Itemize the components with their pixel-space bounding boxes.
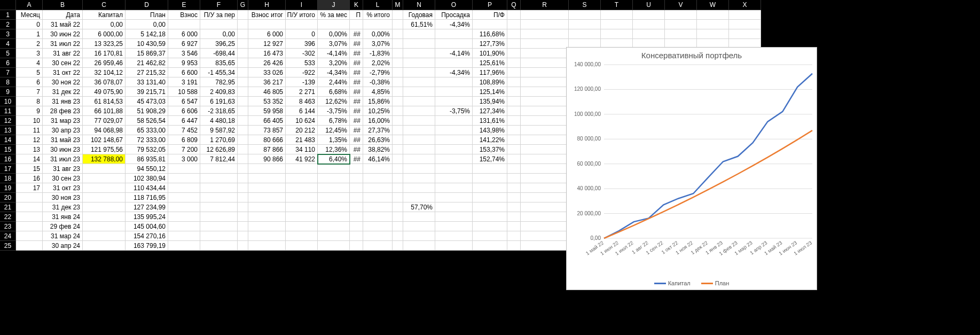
cell-K18[interactable] (350, 174, 363, 183)
cell-O23[interactable] (435, 222, 473, 231)
cell-F1[interactable]: П/У за пер (200, 10, 238, 20)
cell-A15[interactable]: 13 (16, 145, 43, 154)
cell-C25[interactable] (83, 241, 126, 251)
cell-P19[interactable] (473, 183, 507, 193)
cell-L3[interactable]: 0,00% (363, 29, 393, 39)
cell-O9[interactable] (435, 87, 473, 97)
cell-P13[interactable]: 143,98% (473, 126, 507, 135)
cell-N19[interactable] (403, 183, 435, 193)
cell-P5[interactable]: 101,90% (473, 49, 507, 58)
cell-R11[interactable] (521, 106, 569, 116)
cell-B6[interactable]: 30 сен 22 (43, 58, 83, 68)
cell-A13[interactable]: 11 (16, 126, 43, 135)
cell-K21[interactable] (350, 202, 363, 212)
cell-M22[interactable] (393, 212, 403, 222)
cell-A8[interactable]: 6 (16, 77, 43, 87)
cell-H7[interactable]: 33 026 (248, 68, 286, 77)
cell-J12[interactable]: 6,78% (318, 116, 350, 126)
cell-B25[interactable]: 30 апр 24 (43, 241, 83, 251)
cell-P1[interactable]: П/Ф (473, 10, 507, 20)
cell-M11[interactable] (393, 106, 403, 116)
cell-F4[interactable]: 396,25 (200, 39, 238, 49)
cell-C20[interactable] (83, 193, 126, 202)
cell-K6[interactable]: ## (350, 58, 363, 68)
cell-E4[interactable]: 6 927 (168, 39, 200, 49)
cell-A9[interactable]: 7 (16, 87, 43, 97)
cell-H24[interactable] (248, 231, 286, 241)
cell-Q17[interactable] (507, 164, 521, 174)
cell-H22[interactable] (248, 212, 286, 222)
cell-F22[interactable] (200, 212, 238, 222)
cell-E23[interactable] (168, 222, 200, 231)
cell-I5[interactable]: -302 (286, 49, 318, 58)
cell-H25[interactable] (248, 241, 286, 251)
cell-O15[interactable] (435, 145, 473, 154)
cell-O6[interactable] (435, 58, 473, 68)
cell-J2[interactable] (318, 20, 350, 29)
cell-A24[interactable] (16, 231, 43, 241)
cell-D7[interactable]: 27 215,32 (126, 68, 168, 77)
row-header-16[interactable]: 16 (0, 154, 16, 164)
cell-D4[interactable]: 10 430,59 (126, 39, 168, 49)
cell-C12[interactable]: 77 029,07 (83, 116, 126, 126)
cell-H1[interactable]: Взнос итог (248, 10, 286, 20)
cell-I1[interactable]: П/У итого (286, 10, 318, 20)
cell-A25[interactable] (16, 241, 43, 251)
cell-O2[interactable]: -4,34% (435, 20, 473, 29)
cell-K22[interactable] (350, 212, 363, 222)
cell-A23[interactable] (16, 222, 43, 231)
cell-C18[interactable] (83, 174, 126, 183)
cell-J15[interactable]: 12,36% (318, 145, 350, 154)
cell-L16[interactable]: 46,14% (363, 154, 393, 164)
cell-I8[interactable]: -139 (286, 77, 318, 87)
cell-Q8[interactable] (507, 77, 521, 87)
cell-E8[interactable]: 3 191 (168, 77, 200, 87)
cell-I4[interactable]: 396 (286, 39, 318, 49)
cell-O1[interactable]: Просадка (435, 10, 473, 20)
cell-G4[interactable] (238, 39, 248, 49)
cell-I15[interactable]: 34 110 (286, 145, 318, 154)
cell-P4[interactable]: 127,73% (473, 39, 507, 49)
cell-M5[interactable] (393, 49, 403, 58)
cell-R5[interactable] (521, 49, 569, 58)
cell-A19[interactable]: 17 (16, 183, 43, 193)
cell-F15[interactable]: 12 626,89 (200, 145, 238, 154)
cell-J9[interactable]: 6,68% (318, 87, 350, 97)
cell-L17[interactable] (363, 164, 393, 174)
cell-B3[interactable]: 30 июн 22 (43, 29, 83, 39)
cell-Q16[interactable] (507, 154, 521, 164)
cell-L5[interactable]: -1,83% (363, 49, 393, 58)
cell-G3[interactable] (238, 29, 248, 39)
cell-J5[interactable]: -4,14% (318, 49, 350, 58)
cell-Q13[interactable] (507, 126, 521, 135)
cell-G20[interactable] (238, 193, 248, 202)
col-header-I[interactable]: I (286, 0, 318, 10)
cell-B4[interactable]: 31 июл 22 (43, 39, 83, 49)
cell-W1[interactable] (697, 10, 729, 20)
col-header-A[interactable]: A (16, 0, 43, 10)
cell-N17[interactable] (403, 164, 435, 174)
cell-I24[interactable] (286, 231, 318, 241)
row-header-8[interactable]: 8 (0, 77, 16, 87)
cell-R2[interactable] (521, 20, 569, 29)
cell-J1[interactable]: % за мес (318, 10, 350, 20)
cell-A2[interactable]: 0 (16, 20, 43, 29)
cell-J21[interactable] (318, 202, 350, 212)
cell-R24[interactable] (521, 231, 569, 241)
cell-Q2[interactable] (507, 20, 521, 29)
cell-A6[interactable]: 4 (16, 58, 43, 68)
cell-N22[interactable] (403, 212, 435, 222)
col-header-L[interactable]: L (363, 0, 393, 10)
cell-C4[interactable]: 13 323,25 (83, 39, 126, 49)
cell-J22[interactable] (318, 212, 350, 222)
cell-R17[interactable] (521, 164, 569, 174)
cell-I21[interactable] (286, 202, 318, 212)
cell-D6[interactable]: 21 462,82 (126, 58, 168, 68)
cell-J20[interactable] (318, 193, 350, 202)
cell-A14[interactable]: 12 (16, 135, 43, 145)
cell-E13[interactable]: 7 452 (168, 126, 200, 135)
cell-I22[interactable] (286, 212, 318, 222)
cell-B1[interactable]: Дата (43, 10, 83, 20)
cell-O7[interactable]: -4,34% (435, 68, 473, 77)
cell-A11[interactable]: 9 (16, 106, 43, 116)
